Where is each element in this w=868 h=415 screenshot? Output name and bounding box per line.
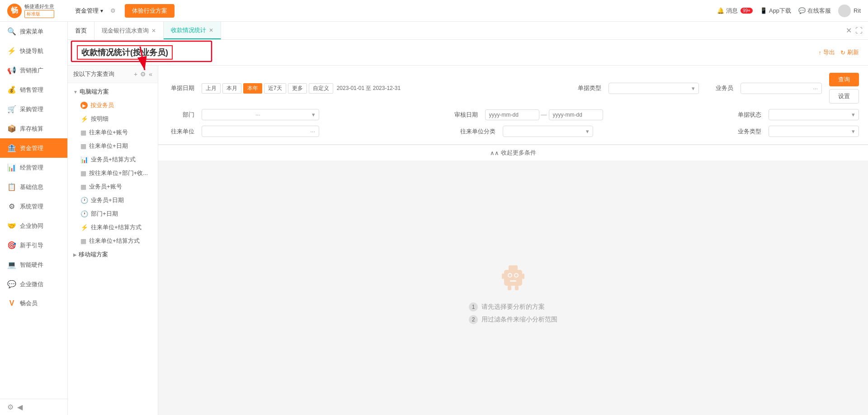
tab-expand-icon[interactable]: ⛶ [855,27,863,35]
sidebar-label-hardware: 智能硬件 [20,261,43,269]
sidebar-label-sales: 销售管理 [20,86,43,94]
online-service-btn[interactable]: 💬 在线客服 [798,7,831,15]
sidebar-item-purchase[interactable]: 🛒 采购管理 [0,99,67,119]
sidebar-item-inventory[interactable]: 📦 库存核算 [0,119,67,138]
notification-label: 消息 [726,7,738,15]
breadcrumb: 资金管理 ▾ [75,7,103,15]
review-date-start[interactable] [485,109,539,120]
scheme-collapse-btn[interactable]: « [149,71,152,78]
salesperson-active-icon: ▶ [80,102,88,109]
export-label: 导出 [823,48,835,57]
user-avatar-area[interactable]: Rit [838,5,861,17]
query-button[interactable]: 查询 [829,73,859,86]
sidebar-item-sales[interactable]: 💰 销售管理 [0,80,67,99]
sidebar-item-operation[interactable]: 📊 经营管理 [0,158,67,177]
header-gear-icon[interactable]: ⚙ [110,7,116,14]
scheme-item-partner-dept[interactable]: ▦ 按往来单位+部门+收... [68,166,158,180]
scheme-item-salesperson[interactable]: ▶ 按业务员 [68,99,158,112]
scheme-group-mobile[interactable]: ▶ 移动端方案 [68,248,158,261]
scheme-item-detail[interactable]: ⚡ 按明细 [68,112,158,126]
page-title-bar: 收款情况统计(按业务员) ↑ 导出 ↻ 刷新 [68,40,868,66]
tab-receipt[interactable]: 收款情况统计 ✕ [164,22,221,39]
scheme-item-salesperson-date[interactable]: 🕐 业务员+日期 [68,193,158,207]
svg-rect-0 [504,270,522,286]
sidebar-item-hardware[interactable]: 💻 智能硬件 [0,255,67,274]
sidebar-item-capital[interactable]: 🏦 资金管理 [0,138,67,158]
doc-status-select[interactable]: ▾ [769,109,859,120]
sidebar-label-guide: 新手引导 [20,241,43,250]
sidebar-collapse-icon[interactable]: ◀ [17,403,23,411]
notification-btn[interactable]: 🔔 消息 99+ [717,7,753,15]
scheme-item-salesperson-settle[interactable]: 📊 业务员+结算方式 [68,153,158,166]
date-btn-custom[interactable]: 自定义 [309,83,333,94]
tab-close-all-icon[interactable]: ✕ [846,26,852,35]
tab-receipt-close[interactable]: ✕ [209,27,213,33]
scheme-item-partner-account-label: 往来单位+账号 [89,128,128,137]
scheme-add-btn[interactable]: + [134,71,137,78]
dept-select[interactable]: ··· ▾ [202,109,319,120]
sidebar-item-wechat[interactable]: 💬 企业微信 [0,274,67,294]
trial-button[interactable]: 体验行业方案 [125,4,175,18]
svg-rect-9 [508,286,511,290]
export-icon: ↑ [819,49,822,56]
refresh-icon: ↻ [840,49,845,56]
mobile-group-label: 移动端方案 [79,250,108,259]
user-name: Rit [854,7,861,14]
edition-badge: 标准版 [24,10,54,18]
partner-class-select[interactable]: ▾ [503,126,593,137]
review-date-end[interactable] [549,109,603,120]
scheme-item-partner-settle2[interactable]: ▦ 往来单位+结算方式 [68,234,158,248]
sidebar-label-marketing: 营销推广 [20,66,43,75]
scheme-item-salesperson-account[interactable]: ▦ 业务员+账号 [68,180,158,193]
tab-bank-close[interactable]: ✕ [151,28,156,34]
date-btn-last-month[interactable]: 上月 [202,83,221,94]
scheme-item-partner-date[interactable]: ▦ 往来单位+日期 [68,139,158,153]
sidebar-settings-icon[interactable]: ⚙ [7,403,14,411]
scheme-item-partner-settle1[interactable]: ⚡ 往来单位+结算方式 [68,221,158,234]
date-btn-this-month[interactable]: 本月 [222,83,241,94]
marketing-icon: 📢 [7,66,16,75]
svg-rect-1 [509,265,518,272]
sales-icon: 💰 [7,85,16,94]
scheme-gear-btn[interactable]: ⚙ [140,71,146,78]
scheme-group-desktop[interactable]: ▼ 电脑端方案 [68,85,158,99]
tab-bank[interactable]: 现金银行流水查询 ✕ [94,22,164,39]
sidebar-item-quicknav[interactable]: ⚡ 快捷导航 [0,41,67,61]
app-name: 畅捷通好生意 [24,3,54,10]
scheme-item-dept-date[interactable]: 🕐 部门+日期 [68,207,158,221]
date-btn-more[interactable]: 更多 [288,83,307,94]
biz-type-select[interactable]: ▾ [769,126,859,137]
tab-receipt-label: 收款情况统计 [171,26,206,34]
sidebar-item-marketing[interactable]: 📢 营销推广 [0,61,67,80]
review-date-label: 审核日期 [451,111,478,119]
sidebar-item-system[interactable]: ⚙ 系统管理 [0,197,67,216]
sidebar-item-guide[interactable]: 🎯 新手引导 [0,236,67,255]
date-btn-this-year[interactable]: 本年 [243,83,262,94]
date-btn-7days[interactable]: 近7天 [264,83,286,94]
doc-type-select[interactable]: ▾ [609,83,699,94]
setting-button[interactable]: 设置 [829,89,859,104]
scheme-item-salesperson-account-label: 业务员+账号 [89,183,122,191]
scheme-item-dept-date-label: 部门+日期 [91,210,118,218]
sidebar-item-vip[interactable]: V 畅会员 [0,294,67,313]
sidebar-item-enterprise[interactable]: 🤝 企业协同 [0,216,67,236]
sidebar-item-basic[interactable]: 📋 基础信息 [0,177,67,197]
sidebar-item-search[interactable]: 🔍 搜索菜单 [0,22,67,41]
sidebar-label-system: 系统管理 [20,203,43,211]
scheme-panel: 按以下方案查询 + ⚙ « ▼ 电脑端方案 [68,66,158,415]
breadcrumb-chevron[interactable]: ▾ [100,8,103,14]
refresh-button[interactable]: ↻ 刷新 [840,48,859,57]
svg-rect-8 [522,274,524,279]
tab-home[interactable]: 首页 [68,22,94,39]
partner-select[interactable]: ··· [202,126,319,137]
app-download-label: App下载 [769,7,791,15]
empty-step-2: 2 用过滤条件来缩小分析范围 [469,315,557,324]
salesperson-select[interactable]: ··· [741,83,822,94]
filter-row-3: 往来单位 ··· 往来单位分类 ▾ [167,126,859,137]
scheme-panel-header: 按以下方案查询 + ⚙ « [68,66,158,83]
scheme-item-partner-account[interactable]: ▦ 往来单位+账号 [68,126,158,139]
app-download-btn[interactable]: 📱 App下载 [760,7,791,15]
detail-icon: ⚡ [80,115,88,123]
export-button[interactable]: ↑ 导出 [819,48,835,57]
collapse-more-btn[interactable]: ∧∧ 收起更多条件 [158,145,868,160]
